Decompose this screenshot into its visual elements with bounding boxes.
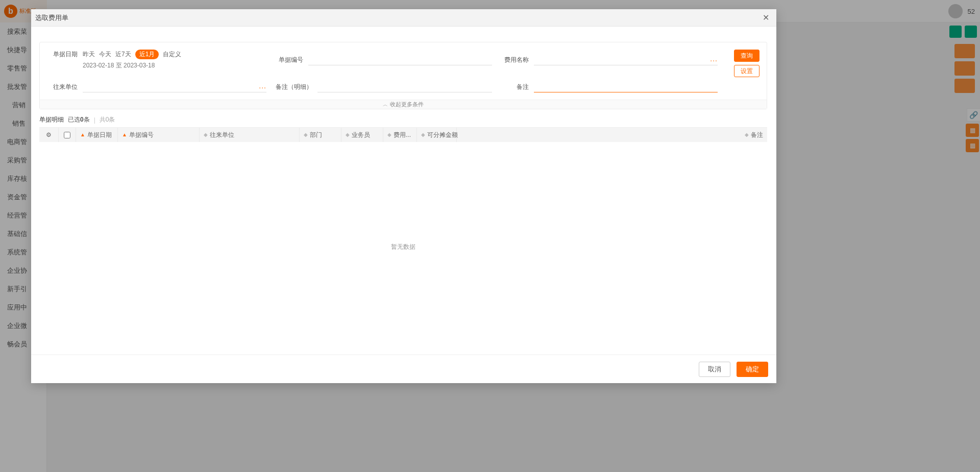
filter-buttons: 查询 设置 [724, 50, 760, 95]
chevron-up-icon: ︿ [383, 101, 388, 108]
select-expense-modal: 选取费用单 ✕ 单据日期 昨天今天近7天近1月自定义 2023-02-18 至 … [31, 9, 776, 383]
selected-count: 已选0条 [68, 115, 90, 124]
col-amount[interactable]: ◆ 可分摊金额 [417, 128, 457, 142]
filter-fee-name: 费用名称 ··· [498, 50, 718, 70]
date-option[interactable]: 今天 [99, 50, 111, 59]
collapse-more-bar[interactable]: ︿ 收起更多条件 [40, 100, 767, 109]
select-all-checkbox[interactable] [64, 132, 70, 138]
remark-label: 备注 [498, 83, 529, 91]
cancel-button[interactable]: 取消 [699, 362, 730, 377]
sort-icon: ◆ [346, 132, 350, 137]
section-title: 单据明细 [39, 115, 64, 124]
date-range-options: 昨天今天近7天近1月自定义 [83, 50, 181, 59]
table-empty: 暂无数据 [39, 142, 767, 351]
sort-asc-icon: ▲ [122, 132, 127, 137]
col-remark[interactable]: ◆ 备注 [457, 128, 767, 142]
more-icon[interactable]: ··· [710, 56, 718, 64]
sort-icon: ◆ [421, 132, 425, 137]
filter-date: 单据日期 昨天今天近7天近1月自定义 2023-02-18 至 2023-03-… [47, 50, 266, 70]
date-option[interactable]: 昨天 [83, 50, 95, 59]
modal-header: 选取费用单 ✕ [31, 9, 776, 27]
filter-panel: 单据日期 昨天今天近7天近1月自定义 2023-02-18 至 2023-03-… [39, 42, 767, 109]
gear-icon: ⚙ [46, 131, 52, 138]
fee-name-input[interactable] [534, 54, 718, 65]
sort-asc-icon: ▲ [80, 132, 85, 137]
date-label: 单据日期 [47, 50, 78, 59]
modal-footer: 取消 确定 [31, 355, 776, 383]
collapse-text: 收起更多条件 [390, 101, 424, 108]
close-icon[interactable]: ✕ [760, 12, 771, 23]
filter-code: 单据编号 [273, 50, 492, 70]
date-range-text: 2023-02-18 至 2023-03-18 [83, 61, 181, 70]
select-all[interactable] [59, 128, 76, 142]
code-input[interactable] [308, 54, 492, 65]
date-option[interactable]: 自定义 [163, 50, 181, 59]
query-button[interactable]: 查询 [734, 50, 760, 62]
party-label: 往来单位 [47, 83, 78, 91]
sort-icon: ◆ [204, 132, 208, 137]
date-option[interactable]: 近7天 [115, 50, 131, 59]
filter-party: 往来单位 ··· [47, 79, 266, 95]
col-code[interactable]: ▲ 单据编号 [118, 128, 200, 142]
remark-detail-label: 备注（明细） [273, 83, 312, 91]
total-count: 共0条 [100, 115, 115, 124]
date-option[interactable]: 近1月 [135, 50, 159, 59]
remark-input[interactable] [534, 81, 718, 92]
party-input[interactable] [83, 81, 266, 92]
separator: | [94, 116, 95, 124]
settings-button[interactable]: 设置 [734, 65, 760, 77]
fee-name-label: 费用名称 [498, 56, 529, 64]
col-employee[interactable]: ◆ 业务员 [341, 128, 383, 142]
filter-remark: 备注 [498, 79, 718, 95]
sort-icon: ◆ [387, 132, 391, 137]
table: ⚙ ▲ 单据日期 ▲ 单据编号 ◆ 往来单位 [39, 127, 767, 351]
col-party[interactable]: ◆ 往来单位 [200, 128, 300, 142]
col-dept[interactable]: ◆ 部门 [300, 128, 341, 142]
column-settings[interactable]: ⚙ [39, 128, 59, 142]
col-fee[interactable]: ◆ 费用... [383, 128, 417, 142]
sort-icon: ◆ [304, 132, 308, 137]
col-date[interactable]: ▲ 单据日期 [76, 128, 118, 142]
filter-remark-detail: 备注（明细） [273, 79, 492, 95]
section-header: 单据明细 已选0条 | 共0条 [39, 115, 767, 124]
more-icon[interactable]: ··· [259, 83, 266, 91]
table-header: ⚙ ▲ 单据日期 ▲ 单据编号 ◆ 往来单位 [39, 128, 767, 142]
remark-detail-input[interactable] [317, 81, 492, 92]
code-label: 单据编号 [273, 56, 303, 64]
sort-icon: ◆ [745, 132, 749, 137]
modal-title: 选取费用单 [35, 13, 68, 22]
ok-button[interactable]: 确定 [737, 362, 768, 377]
